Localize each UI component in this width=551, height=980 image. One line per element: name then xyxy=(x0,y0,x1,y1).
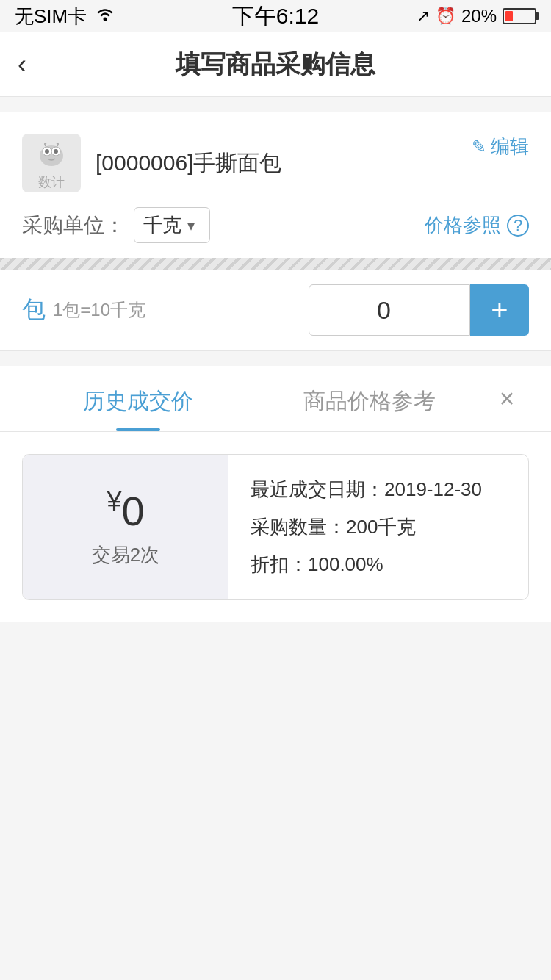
location-icon: ↗ xyxy=(417,7,430,26)
purchase-qty-value: 200千克 xyxy=(346,516,416,538)
tab-product-price-ref[interactable]: 商品价格参考 xyxy=(253,366,485,431)
svg-point-4 xyxy=(45,149,49,154)
product-header: 数计 [0000006]手撕面包 ✎ 编辑 xyxy=(22,134,529,192)
help-circle-icon: ? xyxy=(507,215,529,237)
back-button[interactable]: ‹ xyxy=(18,49,26,80)
bao-character: 包 xyxy=(22,294,46,326)
quantity-label: 包 1包=10千克 xyxy=(22,294,145,326)
quantity-input[interactable] xyxy=(309,284,470,336)
price-value: 0 xyxy=(121,488,144,534)
quantity-row: 包 1包=10千克 + xyxy=(0,270,551,351)
quantity-plus-button[interactable]: + xyxy=(470,284,529,336)
product-id: [0000006] xyxy=(96,151,193,175)
carrier-text: 无SIM卡 xyxy=(15,4,87,29)
product-thumbnail: 数计 xyxy=(22,134,81,192)
product-unit-row: 采购单位： 千克 ▾ 价格参照 ? xyxy=(22,207,529,243)
price-reference-button[interactable]: 价格参照 ? xyxy=(425,212,529,238)
price-card-left: ¥0 交易2次 xyxy=(23,455,228,599)
status-time: 下午6:12 xyxy=(232,1,319,32)
edit-label: 编辑 xyxy=(491,134,529,159)
product-owl-icon: 数计 xyxy=(33,135,70,191)
battery-percent: 20% xyxy=(461,6,497,26)
discount-label: 折扣： xyxy=(251,553,308,575)
edit-icon: ✎ xyxy=(472,137,486,157)
stripe-divider xyxy=(0,258,551,270)
history-price-content: ¥0 交易2次 最近成交日期：2019-12-30 采购数量：200千克 折扣：… xyxy=(0,432,551,622)
last-deal-date-label: 最近成交日期： xyxy=(251,478,384,500)
status-right: ↗ ⏰ 20% xyxy=(417,6,536,26)
discount-row: 折扣：100.00% xyxy=(251,552,506,577)
unit-label: 采购单位： xyxy=(22,212,125,239)
tab-history-price[interactable]: 历史成交价 xyxy=(22,366,253,431)
unit-left: 采购单位： 千克 ▾ xyxy=(22,207,210,243)
price-card: ¥0 交易2次 最近成交日期：2019-12-30 采购数量：200千克 折扣：… xyxy=(22,454,529,600)
tabs-section: 历史成交价 商品价格参考 × ¥0 交易2次 最近成交日期：2019-12-30 xyxy=(0,366,551,622)
battery-fill xyxy=(505,11,513,21)
product-section: 数计 [0000006]手撕面包 ✎ 编辑 采购单位： 千克 ▾ xyxy=(0,112,551,258)
status-left: 无SIM卡 xyxy=(15,4,116,29)
last-deal-date-row: 最近成交日期：2019-12-30 xyxy=(251,477,506,502)
svg-point-0 xyxy=(104,17,107,21)
price-ref-label: 价格参照 xyxy=(425,212,501,238)
transaction-count: 交易2次 xyxy=(92,542,159,568)
purchase-qty-row: 采购数量：200千克 xyxy=(251,514,506,540)
product-left: 数计 [0000006]手撕面包 xyxy=(22,134,281,192)
last-deal-date-value: 2019-12-30 xyxy=(384,478,482,500)
alarm-icon: ⏰ xyxy=(436,7,455,26)
nav-title: 填写商品采购信息 xyxy=(176,48,375,82)
product-name: 手撕面包 xyxy=(193,151,281,175)
status-bar: 无SIM卡 下午6:12 ↗ ⏰ 20% xyxy=(0,0,551,32)
product-info: [0000006]手撕面包 xyxy=(96,148,281,179)
unit-value: 千克 xyxy=(143,212,181,238)
product-full-name: [0000006]手撕面包 xyxy=(96,148,281,179)
page-content: 数计 [0000006]手撕面包 ✎ 编辑 采购单位： 千克 ▾ xyxy=(0,112,551,980)
price-card-right: 最近成交日期：2019-12-30 采购数量：200千克 折扣：100.00% xyxy=(228,455,528,599)
yen-symbol: ¥ xyxy=(107,486,121,516)
edit-button[interactable]: ✎ 编辑 xyxy=(472,134,529,159)
svg-point-5 xyxy=(54,149,58,154)
tabs-header: 历史成交价 商品价格参考 × xyxy=(0,366,551,432)
purchase-qty-label: 采购数量： xyxy=(251,516,346,538)
discount-value: 100.00% xyxy=(308,553,383,575)
tab-close-button[interactable]: × xyxy=(485,377,529,421)
unit-conversion-note: 1包=10千克 xyxy=(53,298,145,322)
dropdown-arrow-icon: ▾ xyxy=(187,217,195,234)
wifi-icon xyxy=(94,5,116,28)
unit-select-dropdown[interactable]: 千克 ▾ xyxy=(134,207,210,243)
price-amount: ¥0 xyxy=(107,486,144,535)
battery-icon xyxy=(503,8,536,24)
nav-bar: ‹ 填写商品采购信息 xyxy=(0,32,551,97)
quantity-input-area: + xyxy=(309,284,529,336)
